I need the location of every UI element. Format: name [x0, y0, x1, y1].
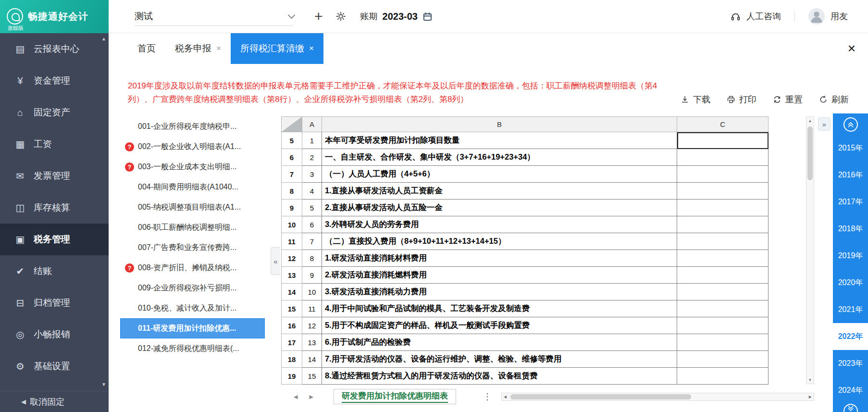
year-item[interactable]: 2024年	[833, 377, 868, 404]
cell-col-b[interactable]: 2.研发活动直接消耗燃料费用	[322, 267, 677, 284]
cell-col-b[interactable]: （二）直接投入费用（8+9+10+11+12+13+14+15）	[322, 233, 677, 250]
vertical-scrollbar[interactable]: ▲ ▼	[806, 116, 814, 384]
cell-col-a[interactable]: 15	[302, 368, 322, 385]
cell-col-c[interactable]	[677, 132, 769, 149]
sidebar-item[interactable]: ✉ 发票管理	[0, 160, 109, 192]
cell-col-a[interactable]: 12	[302, 317, 322, 334]
report-list-item[interactable]: ? 004-期间费用明细表(A1040...	[120, 177, 265, 197]
reset-button[interactable]: 重置	[773, 94, 803, 105]
cell-col-c[interactable]	[677, 351, 769, 368]
cell-col-c[interactable]	[677, 183, 769, 200]
cell-col-b[interactable]: 4.用于中间试验和产品试制的模具、工艺装备开发及制造费	[322, 300, 677, 317]
cell-col-c[interactable]	[677, 233, 769, 250]
report-list-item[interactable]: ? 002-一般企业收入明细表(A1...	[120, 137, 265, 157]
cell-col-c[interactable]	[677, 216, 769, 233]
cell-col-b[interactable]: 1.研发活动直接消耗材料费用	[322, 250, 677, 267]
cell-col-a[interactable]: 2	[302, 149, 322, 166]
row-header-cell[interactable]: 18	[282, 351, 302, 368]
cell-col-c[interactable]	[677, 149, 769, 166]
sidebar-item[interactable]: ▦ 工资	[0, 128, 109, 160]
vertical-scrollbar-thumb[interactable]	[807, 126, 813, 180]
row-header-cell[interactable]: 11	[282, 233, 302, 250]
tab[interactable]: 税务申报 ×	[165, 33, 231, 64]
report-list-item[interactable]: ? 009-企业所得税弥补亏损明...	[120, 278, 265, 298]
scroll-years-up-icon[interactable]	[843, 117, 858, 132]
row-header-cell[interactable]: 8	[282, 183, 302, 200]
year-item[interactable]: 2017年	[833, 188, 868, 215]
report-list-item[interactable]: ? 005-纳税调整项目明细表(A1...	[120, 197, 265, 217]
print-button[interactable]: 打印	[727, 94, 756, 105]
report-list-item[interactable]: ? 003-一般企业成本支出明细...	[120, 157, 265, 177]
cell-col-a[interactable]: 13	[302, 334, 322, 351]
avatar[interactable]	[808, 8, 825, 25]
cell-col-b[interactable]: 7.用于研发活动的仪器、设备的运行维护、调整、检验、维修等费用	[322, 351, 677, 368]
period-value[interactable]: 2023-03	[383, 11, 418, 22]
cell-col-b[interactable]: 6.用于试制产品的检验费	[322, 334, 677, 351]
close-icon[interactable]: ×	[848, 42, 856, 55]
sidebar-item[interactable]: ⊟ 归档管理	[0, 287, 109, 319]
scroll-left-icon[interactable]: ◀	[502, 395, 508, 399]
year-item[interactable]: 2016年	[833, 162, 868, 188]
company-select[interactable]: 测试	[135, 7, 293, 26]
cell-col-b[interactable]: 3.研发活动直接消耗动力费用	[322, 284, 677, 300]
sidebar-item[interactable]: ▤ 云报表中心	[0, 33, 109, 65]
add-button[interactable]: +	[314, 9, 323, 24]
cell-col-b[interactable]: 2.直接从事研发活动人员五险一金	[322, 200, 677, 216]
cell-col-a[interactable]: 14	[302, 351, 322, 368]
cell-col-c[interactable]	[677, 250, 769, 267]
cell-col-a[interactable]: 3	[302, 166, 322, 183]
cell-col-a[interactable]: 11	[302, 300, 322, 317]
year-item[interactable]: 2023年	[833, 350, 868, 377]
cell-col-b[interactable]: 5.用于不构成固定资产的样品、样机及一般测试手段购置费	[322, 317, 677, 334]
cell-col-a[interactable]: 6	[302, 216, 322, 233]
cell-col-c[interactable]	[677, 166, 769, 183]
help-icon[interactable]: ?	[125, 162, 134, 172]
row-header-cell[interactable]: 10	[282, 216, 302, 233]
scroll-up-icon[interactable]: ▲	[806, 117, 814, 125]
row-header-cell[interactable]: 17	[282, 334, 302, 351]
report-list-item[interactable]: ? 008-资产折旧、摊销及纳税...	[120, 258, 265, 278]
cell-col-c[interactable]	[677, 300, 769, 317]
settings-gear-icon[interactable]	[335, 11, 346, 22]
row-header-cell[interactable]: 7	[282, 166, 302, 183]
cell-col-c[interactable]	[677, 317, 769, 334]
row-header-cell[interactable]: 6	[282, 149, 302, 166]
sidebar-item[interactable]: ◎ 小畅报销	[0, 319, 109, 350]
row-header-cell[interactable]: 19	[282, 368, 302, 385]
cell-col-b[interactable]: 一、自主研发、合作研发、集中研发（3+7+16+19+23+34）	[322, 149, 677, 166]
sidebar-item[interactable]: ✔ 结账	[0, 255, 109, 287]
unpin-sidebar-button[interactable]: ◀ 取消固定	[0, 391, 109, 412]
tab[interactable]: 首页 ×	[128, 33, 165, 64]
report-list-item[interactable]: ? 012-减免所得税优惠明细表(...	[120, 338, 265, 359]
sidebar-item[interactable]: ⌂ 固定资产	[0, 97, 109, 128]
collapse-panel-button[interactable]: «	[271, 247, 280, 275]
column-header-b[interactable]: B	[322, 117, 677, 132]
row-header-cell[interactable]: 12	[282, 250, 302, 267]
cell-col-b[interactable]: 本年可享受研发费用加计扣除项目数量	[322, 132, 677, 149]
download-button[interactable]: 下载	[681, 94, 710, 105]
help-icon[interactable]: ?	[125, 142, 134, 151]
calendar-icon[interactable]	[422, 12, 433, 22]
report-list-item[interactable]: ? 006-职工薪酬纳税调整明细...	[120, 217, 265, 237]
year-item[interactable]: 2018年	[833, 215, 868, 242]
year-item[interactable]: 2015年	[833, 135, 868, 162]
report-list-item[interactable]: ? 011-研发费用加计扣除优惠...	[120, 318, 265, 338]
cell-col-a[interactable]: 7	[302, 233, 322, 250]
row-header-cell[interactable]: 14	[282, 284, 302, 300]
horizontal-scrollbar-thumb[interactable]	[510, 394, 691, 400]
cell-col-b[interactable]: （一）人员人工费用（4+5+6）	[322, 166, 677, 183]
year-item[interactable]: 2021年	[833, 296, 868, 323]
scroll-years-down-icon[interactable]	[843, 404, 858, 412]
cell-col-a[interactable]: 4	[302, 183, 322, 200]
help-icon[interactable]: ?	[125, 263, 134, 273]
cell-col-b[interactable]: 3.外聘研发人员的劳务费用	[322, 216, 677, 233]
tab-close-icon[interactable]: ×	[309, 44, 314, 53]
year-item[interactable]: 2020年	[833, 269, 868, 296]
sidebar-scroll-down-icon[interactable]: ▼	[101, 382, 106, 387]
report-list-item[interactable]: ? 010-免税、减计收入及加计...	[120, 298, 265, 318]
row-header-cell[interactable]: 13	[282, 267, 302, 284]
expand-panel-button[interactable]: »	[818, 117, 831, 131]
year-item[interactable]: 2022年	[833, 323, 868, 350]
sidebar-item[interactable]: ⚙ 基础设置	[0, 350, 109, 382]
row-header-cell[interactable]: 5	[282, 132, 302, 149]
